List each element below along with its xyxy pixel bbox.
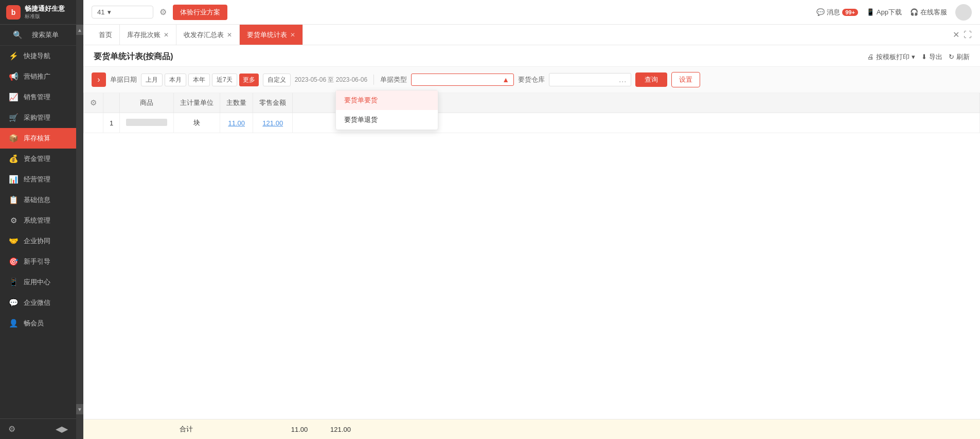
- user-avatar[interactable]: [955, 4, 972, 21]
- sidebar-item-guide[interactable]: 🎯 新手引导: [0, 251, 76, 272]
- type-filter-select[interactable]: ▲: [411, 74, 514, 86]
- dropdown-arrow-icon: ▾: [108, 8, 111, 16]
- td-unit: 块: [174, 113, 220, 133]
- sidebar-item-operations[interactable]: 📊 经营管理: [0, 169, 76, 190]
- app-logo-icon: b: [6, 5, 21, 20]
- table-wrapper: ⚙ 商品 主计量单位 主数量 零售金额 1: [83, 93, 980, 419]
- query-btn[interactable]: 查询: [635, 72, 667, 87]
- sidebar-nav: ⚡ 快捷导航 📢 营销推广 📈 销售管理 🛒 采购管理 📦 库存核算 💰 资金管…: [0, 46, 76, 418]
- members-icon: 👤: [8, 318, 19, 328]
- sidebar-item-system[interactable]: ⚙ 系统管理: [0, 210, 76, 231]
- page-body: 要货单统计表(按商品) 🖨 按模板打印 ▾ ⬇ 导出 ↻ 刷新 ›: [83, 45, 980, 439]
- print-btn[interactable]: 🖨 按模板打印 ▾: [867, 52, 915, 62]
- th-settings[interactable]: ⚙: [84, 93, 103, 113]
- warehouse-input-field[interactable]: [554, 76, 618, 84]
- purchase-icon: 🛒: [8, 113, 19, 123]
- date-btns: 上月 本月 本年 近7天 更多: [141, 74, 259, 86]
- th-index: [103, 93, 120, 113]
- settings-filter-btn[interactable]: 设置: [671, 72, 700, 87]
- messages-icon: 💬: [816, 8, 825, 16]
- dropdown-item-order-return[interactable]: 要货单退货: [336, 110, 438, 130]
- td-goods: [120, 113, 174, 133]
- collapse-icon[interactable]: ◀▶: [56, 424, 68, 434]
- table-row: 1 块 11.00 121.00: [84, 113, 980, 133]
- page-title: 要货单统计表(按商品): [94, 51, 173, 62]
- date-btn-last-month[interactable]: 上月: [141, 74, 163, 86]
- date-custom-btn[interactable]: 自定义: [263, 74, 291, 86]
- date-btn-this-year[interactable]: 本年: [188, 74, 210, 86]
- date-btn-this-month[interactable]: 本月: [165, 74, 186, 86]
- tab-order-summary[interactable]: 要货单统计表 ✕: [240, 25, 303, 45]
- th-unit: 主计量单位: [174, 93, 220, 113]
- inventory-icon: 📦: [8, 133, 19, 143]
- main-content: 41 ▾ ⚙ 体验行业方案 💬 消息 99+ 📱 App下载 🎧 在线客服: [83, 0, 980, 439]
- th-amount: 零售金额: [253, 93, 293, 113]
- warehouse-filter-input[interactable]: …: [549, 73, 631, 86]
- sidebar-item-app-center[interactable]: 📱 应用中心: [0, 272, 76, 292]
- sidebar-item-quick-nav[interactable]: ⚡ 快捷导航: [0, 46, 76, 66]
- type-filter-label: 单据类型: [380, 75, 407, 84]
- type-select-arrow-up-icon[interactable]: ▲: [502, 76, 509, 84]
- sidebar: b 畅捷通好生意 标准版 🔍 搜索菜单 ⚡ 快捷导航 📢 营销推广 📈 销售管理…: [0, 0, 76, 439]
- sidebar-item-inventory[interactable]: 📦 库存核算: [0, 128, 76, 149]
- company-selector[interactable]: 41 ▾: [92, 6, 153, 19]
- sidebar-item-basic-info[interactable]: 📋 基础信息: [0, 190, 76, 210]
- tab-receive-summary[interactable]: 收发存汇总表 ✕: [176, 25, 240, 45]
- tab-home[interactable]: 首页: [92, 25, 120, 45]
- goods-blurred: [126, 119, 167, 126]
- app-logo-text: 畅捷通好生意 标准版: [25, 5, 65, 20]
- trial-btn[interactable]: 体验行业方案: [173, 5, 227, 20]
- tab-close-all-icon[interactable]: ✕: [953, 30, 959, 40]
- page-actions: 🖨 按模板打印 ▾ ⬇ 导出 ↻ 刷新: [867, 52, 970, 62]
- sidebar-item-marketing[interactable]: 📢 营销推广: [0, 66, 76, 87]
- tabs-left: 首页 库存批次账 ✕ 收发存汇总表 ✕ 要货单统计表 ✕: [92, 25, 303, 45]
- app-center-icon: 📱: [8, 277, 19, 287]
- tab-expand-icon[interactable]: ⛶: [964, 30, 972, 40]
- tab-close-inventory-batch[interactable]: ✕: [164, 31, 169, 39]
- td-quantity[interactable]: 11.00: [220, 113, 253, 133]
- date-btn-more[interactable]: 更多: [239, 74, 259, 86]
- print-expand-icon: ▾: [912, 53, 915, 61]
- sidebar-item-sales[interactable]: 📈 销售管理: [0, 87, 76, 107]
- th-goods: 商品: [120, 93, 174, 113]
- type-filter-input[interactable]: [416, 76, 502, 84]
- warehouse-filter-label: 要货仓库: [518, 75, 545, 84]
- print-icon: 🖨: [867, 53, 874, 61]
- sidebar-scroll-up[interactable]: ▲: [76, 25, 83, 35]
- tab-close-receive-summary[interactable]: ✕: [227, 31, 232, 39]
- warehouse-more-icon[interactable]: …: [618, 75, 627, 84]
- system-icon: ⚙: [8, 215, 19, 226]
- filter-expand-btn[interactable]: ›: [92, 72, 106, 87]
- customer-service-action[interactable]: 🎧 在线客服: [910, 8, 947, 17]
- sidebar-footer: ⚙ ◀▶: [0, 418, 76, 439]
- search-icon: 🔍: [12, 30, 23, 40]
- refresh-btn[interactable]: ↻ 刷新: [949, 52, 970, 62]
- tab-close-order-summary[interactable]: ✕: [290, 31, 295, 39]
- tabs-right: ✕ ⛶: [953, 30, 972, 40]
- messages-action[interactable]: 💬 消息 99+: [816, 8, 858, 17]
- export-btn[interactable]: ⬇ 导出: [921, 52, 942, 62]
- th-quantity: 主数量: [220, 93, 253, 113]
- header-settings-icon[interactable]: ⚙: [159, 7, 167, 17]
- sidebar-item-enterprise-wechat[interactable]: 💬 企业微信: [0, 292, 76, 313]
- sidebar-item-finance[interactable]: 💰 资金管理: [0, 149, 76, 169]
- enterprise-coop-icon: 🤝: [8, 236, 19, 246]
- app-download-action[interactable]: 📱 App下载: [866, 8, 902, 17]
- td-amount[interactable]: 121.00: [253, 113, 293, 133]
- enterprise-wechat-icon: 💬: [8, 298, 19, 308]
- finance-icon: 💰: [8, 154, 19, 164]
- tab-inventory-batch[interactable]: 库存批次账 ✕: [120, 25, 176, 45]
- sidebar-item-enterprise-coop[interactable]: 🤝 企业协同: [0, 231, 76, 251]
- date-btn-last-7-days[interactable]: 近7天: [212, 74, 237, 86]
- top-header: 41 ▾ ⚙ 体验行业方案 💬 消息 99+ 📱 App下载 🎧 在线客服: [83, 0, 980, 25]
- footer-amount: 121.00: [320, 426, 361, 433]
- sidebar-scroll-down[interactable]: ▼: [76, 404, 83, 414]
- settings-footer-icon[interactable]: ⚙: [8, 424, 15, 434]
- marketing-icon: 📢: [8, 71, 19, 82]
- table-settings-icon[interactable]: ⚙: [90, 98, 97, 107]
- header-right: 💬 消息 99+ 📱 App下载 🎧 在线客服: [816, 4, 972, 21]
- sidebar-item-search[interactable]: 🔍 搜索菜单: [0, 25, 76, 46]
- sidebar-item-members[interactable]: 👤 畅会员: [0, 313, 76, 334]
- dropdown-item-order-goods[interactable]: 要货单要货: [336, 90, 438, 110]
- sidebar-item-purchase[interactable]: 🛒 采购管理: [0, 107, 76, 128]
